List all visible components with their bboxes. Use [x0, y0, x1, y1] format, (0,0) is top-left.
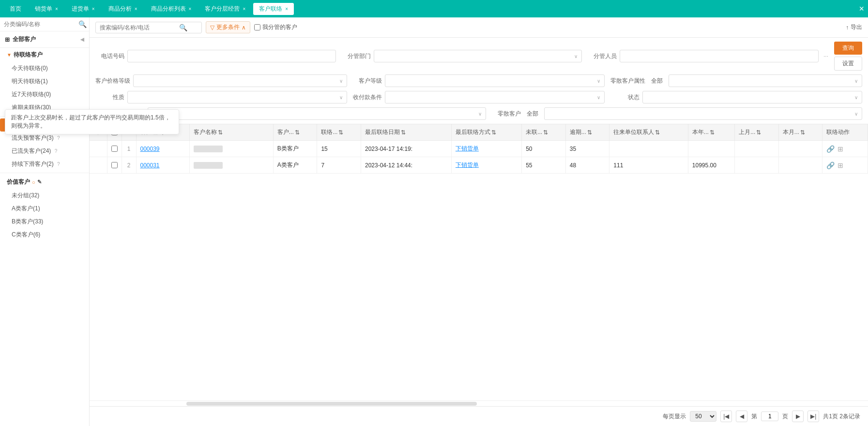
sidebar-all-customers[interactable]: ⊞ 全部客户 ◀ [0, 31, 89, 48]
nav-segment-label: 客户分层经营 [205, 5, 240, 13]
sidebar-item-7days[interactable]: 近7天待联络(0) [0, 88, 89, 101]
more-filters-button[interactable]: ▽ 更多条件 ∧ [206, 21, 250, 33]
search-input[interactable] [100, 24, 177, 31]
action-grid-icon-1[interactable]: ⊞ [838, 145, 843, 153]
table-row: 2 000031 A类客户 7 2023-04-12 14:44: 下销货单 5… [90, 157, 868, 174]
sidebar-item-tomorrow[interactable]: 明天待联络(1) [0, 75, 89, 88]
edit-icon[interactable]: ✎ [37, 179, 42, 185]
sidebar-item-a-class[interactable]: A类客户(1) [0, 202, 89, 215]
filter-person-dots[interactable]: ··· [823, 53, 828, 59]
action-grid-icon-2[interactable]: ⊞ [838, 162, 843, 169]
sidebar-item-declining[interactable]: 持续下滑客户(2) ? [0, 158, 89, 171]
window-close-button[interactable]: × [859, 4, 864, 14]
row2-checkbox[interactable] [111, 162, 118, 168]
td-last-date-2: 2023-04-12 14:44: [361, 157, 451, 174]
nav-purchase-order[interactable]: 进货单 × [66, 3, 101, 15]
th-last-method-label: 最后联络方式 [456, 128, 490, 136]
sidebar-search-input[interactable] [4, 21, 76, 28]
sidebar-search-icon[interactable]: 🔍 [78, 20, 87, 28]
pending-group-title[interactable]: ▼ 待联络客户 [0, 48, 89, 62]
filter-scatter-attr-select[interactable]: ∨ [669, 74, 862, 87]
first-page-button[interactable]: |◀ [720, 411, 732, 422]
filter-status-select[interactable]: ∨ [642, 91, 862, 103]
query-button[interactable]: 查询 [834, 42, 862, 55]
grid-icon: ⊞ [5, 36, 10, 43]
filter-grade-select[interactable]: ∨ [385, 74, 605, 87]
sidebar-item-c-class[interactable]: C类客户(6) [0, 228, 89, 241]
filter-payment-label: 收付款条件 [353, 93, 382, 102]
sidebar-item-today[interactable]: 今天待联络(0) [0, 62, 89, 75]
th-category[interactable]: 客户... ⇅ [273, 124, 317, 141]
th-name[interactable]: 客户名称 ⇅ [190, 124, 274, 141]
search-icon[interactable]: 🔍 [179, 24, 187, 31]
setting-button[interactable]: 设置 [834, 57, 862, 71]
th-category-label: 客户... [277, 128, 294, 136]
td-last-month-2 [735, 157, 779, 174]
filter-nature-select[interactable]: ∨ [127, 91, 347, 103]
th-last-month[interactable]: 上月... ⇅ [735, 124, 779, 141]
my-customers-checkbox[interactable] [254, 24, 260, 30]
page-label: 第 [751, 412, 757, 421]
sidebar: 🔍 ⊞ 全部客户 ◀ ▼ 待联络客户 今天待联络(0) 明天待联络(1) 近7天… [0, 17, 90, 426]
nav-sales-close[interactable]: × [55, 6, 58, 12]
filter-row-2: 客户价格等级 ∨ 客户等级 ∨ 零散客户属性 全部 [95, 74, 862, 87]
filter-payment-select[interactable]: ∨ [385, 91, 605, 103]
nav-product-analysis-close[interactable]: × [135, 6, 137, 12]
td-last-method-1[interactable]: 下销货单 [451, 141, 521, 157]
export-button[interactable]: ↑ 导出 [846, 23, 862, 31]
tooltip-text: 距客户上次交易时长，超过了此客户的平均交易周期的1.5倍，则视为异常。 [90, 114, 170, 129]
action-link-icon-1[interactable]: 🔗 [826, 145, 835, 153]
filter-person-select[interactable] [620, 50, 819, 62]
nav-purchase-close[interactable]: × [92, 6, 95, 12]
td-code-2[interactable]: 000031 [136, 157, 190, 174]
th-uncontacted[interactable]: 未联... ⇅ [522, 124, 566, 141]
nav-customer-segment[interactable]: 客户分层经营 × [199, 3, 251, 15]
sidebar-item-churned[interactable]: 已流失客户(24) ? [0, 145, 89, 158]
th-last-contact-method[interactable]: 最后联络方式 ⇅ [451, 124, 521, 141]
filter-nature-cell: 性质 ∨ [95, 91, 347, 103]
prev-page-button[interactable]: ◀ [736, 411, 747, 422]
th-company-contact[interactable]: 往来单位联系人 ⇅ [609, 124, 688, 141]
nav-segment-close[interactable]: × [243, 6, 245, 12]
td-company-contact-1 [609, 141, 688, 157]
td-code-1[interactable]: 000039 [136, 141, 190, 157]
last-page-button[interactable]: ▶| [807, 411, 819, 422]
row1-checkbox[interactable] [111, 146, 118, 152]
filter-scatter-customer-select[interactable]: ∨ [544, 107, 862, 120]
th-overdue[interactable]: 逾期... ⇅ [565, 124, 609, 141]
scatter-attr-prefix: 全部 [651, 77, 663, 85]
nav-home-label: 首页 [10, 5, 21, 13]
nav-product-analysis-list[interactable]: 商品分析列表 × [145, 3, 198, 15]
th-last-contact-date[interactable]: 最后联络日期 ⇅ [361, 124, 451, 141]
nav-home[interactable]: 首页 [4, 3, 27, 15]
nav-product-analysis[interactable]: 商品分析 × [103, 3, 143, 15]
td-this-month-2 [778, 157, 822, 174]
filter-bar: 🔍 ▽ 更多条件 ∧ 我分管的客户 ↑ 导出 [90, 17, 868, 38]
th-last-month-label: 上月... [739, 128, 755, 136]
th-last-date-label: 最后联络日期 [365, 128, 400, 136]
nav-contact-close[interactable]: × [285, 6, 288, 12]
th-this-year[interactable]: 本年... ⇅ [688, 124, 734, 141]
sidebar-item-ungroup[interactable]: 未分组(32) [0, 189, 89, 202]
filter-grade-cell: 客户等级 ∨ [353, 74, 605, 87]
filter-dept-select[interactable]: ∨ [374, 50, 582, 62]
action-link-icon-2[interactable]: 🔗 [826, 162, 835, 169]
filter-phone-input[interactable] [127, 50, 336, 62]
sidebar-item-b-class[interactable]: B类客户(33) [0, 215, 89, 228]
td-last-method-2[interactable]: 下销货单 [451, 157, 521, 174]
per-page-select[interactable]: 50 20 100 [690, 411, 716, 422]
nav-product-list-close[interactable]: × [189, 6, 192, 12]
th-contact[interactable]: 联络... ⇅ [317, 124, 361, 141]
next-page-button[interactable]: ▶ [792, 411, 804, 422]
filter-customer-type-select[interactable]: ∨ [148, 107, 486, 120]
filter-price-grade-select[interactable]: ∨ [133, 74, 347, 87]
scroll-thumb[interactable] [186, 402, 477, 406]
horizontal-scrollbar[interactable] [90, 400, 868, 406]
th-this-month[interactable]: 本月... ⇅ [778, 124, 822, 141]
nav-customer-contact[interactable]: 客户联络 × [253, 3, 294, 15]
page-input[interactable] [761, 411, 778, 421]
th-action: 联络动作 [822, 124, 868, 141]
nav-sales-order[interactable]: 销货单 × [29, 3, 64, 15]
value-group-title[interactable]: 价值客户 ○ ✎ [0, 175, 89, 189]
chevron-down-icon: ∧ [242, 24, 246, 31]
